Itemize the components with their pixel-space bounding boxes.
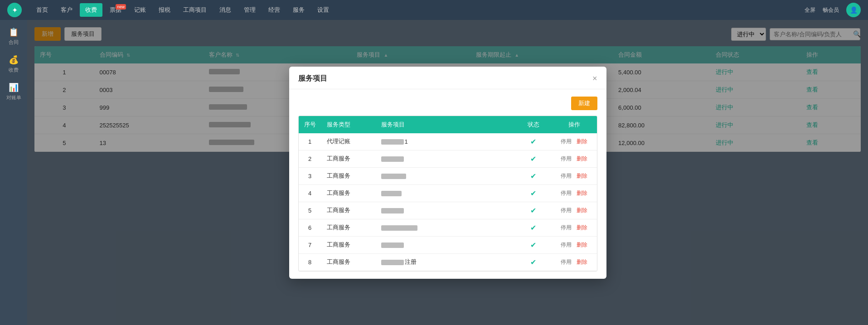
disable-button[interactable]: 停用 [561, 155, 572, 163]
nav-message[interactable]: 消息 [214, 3, 237, 17]
modal-cell-action[interactable]: 停用 删除 [552, 167, 597, 184]
disable-button[interactable]: 停用 [561, 224, 572, 232]
modal-col-type: 服务类型 [321, 116, 376, 133]
modal-cell-action[interactable]: 停用 删除 [552, 236, 597, 253]
sidebar-item-reconciliation[interactable]: 📊 对账单 [1, 79, 26, 105]
modal-cell-no: 7 [299, 236, 321, 253]
nav-manage[interactable]: 管理 [238, 3, 261, 17]
avatar[interactable]: 👤 [846, 3, 861, 17]
modal-close-button[interactable]: × [592, 74, 597, 82]
top-nav: ✦ 首页 客户 收费 票据 new 记账 报税 工商项目 消息 管理 经营 服务… [0, 0, 868, 20]
modal-col-item: 服务项目 [376, 116, 515, 133]
disable-button[interactable]: 停用 [561, 207, 572, 214]
modal-cell-status: ✔ [515, 150, 552, 167]
modal-cell-action[interactable]: 停用 删除 [552, 184, 597, 202]
delete-button[interactable]: 删除 [577, 241, 587, 249]
fullscreen-label[interactable]: 全屏 [805, 6, 815, 14]
modal-overlay: 服务项目 × 新建 序号 服务类型 服务项目 [27, 20, 868, 325]
delete-button[interactable]: 删除 [577, 224, 587, 232]
modal-title: 服务项目 [298, 74, 327, 83]
nav-bookkeeping[interactable]: 记账 [129, 3, 151, 17]
modal-table-row: 3 工商服务 ✔ 停用 删除 [299, 167, 597, 184]
modal-cell-item [376, 167, 515, 184]
nav-right: 全屏 畅会员 👤 [805, 3, 861, 17]
nav-service[interactable]: 服务 [287, 3, 310, 17]
service-items-modal: 服务项目 × 新建 序号 服务类型 服务项目 [289, 67, 606, 279]
modal-cell-status: ✔ [515, 236, 552, 253]
modal-cell-action[interactable]: 停用 删除 [552, 202, 597, 219]
disable-button[interactable]: 停用 [561, 241, 572, 249]
modal-col-action: 操作 [552, 116, 597, 133]
modal-cell-no: 1 [299, 133, 321, 150]
modal-cell-item: 1 [376, 133, 515, 150]
modal-col-status: 状态 [515, 116, 552, 133]
disable-button[interactable]: 停用 [561, 258, 572, 266]
modal-cell-type: 工商服务 [321, 253, 376, 271]
modal-table-row: 1 代理记账 1 ✔ 停用 删除 [299, 133, 597, 150]
reconciliation-icon: 📊 [9, 82, 19, 92]
modal-cell-item [376, 184, 515, 202]
modal-cell-no: 4 [299, 184, 321, 202]
modal-cell-item [376, 150, 515, 167]
modal-table-row: 5 工商服务 ✔ 停用 删除 [299, 202, 597, 219]
new-service-button[interactable]: 新建 [571, 97, 597, 110]
delete-button[interactable]: 删除 [577, 138, 587, 146]
modal-cell-type: 工商服务 [321, 202, 376, 219]
modal-cell-no: 5 [299, 202, 321, 219]
nav-settings[interactable]: 设置 [312, 3, 335, 17]
service-items-table: 序号 服务类型 服务项目 状态 操作 1 代理记账 1 ✔ 停用 [299, 116, 597, 271]
sidebar-item-fee[interactable]: 💰 收费 [1, 51, 26, 77]
nav-business[interactable]: 工商项目 [178, 3, 212, 17]
sidebar: 📋 合同 💰 收费 📊 对账单 [0, 20, 27, 325]
delete-button[interactable]: 删除 [577, 189, 587, 197]
modal-cell-status: ✔ [515, 219, 552, 236]
modal-table-row: 6 工商服务 ✔ 停用 删除 [299, 219, 597, 236]
modal-cell-action[interactable]: 停用 删除 [552, 253, 597, 271]
modal-cell-type: 代理记账 [321, 133, 376, 150]
modal-cell-no: 6 [299, 219, 321, 236]
modal-cell-item [376, 202, 515, 219]
modal-cell-action[interactable]: 停用 删除 [552, 133, 597, 150]
disable-button[interactable]: 停用 [561, 189, 572, 197]
delete-button[interactable]: 删除 [577, 172, 587, 180]
modal-cell-action[interactable]: 停用 删除 [552, 150, 597, 167]
nav-bill[interactable]: 票据 new [104, 3, 127, 17]
nav-tax[interactable]: 报税 [153, 3, 176, 17]
modal-table-row: 4 工商服务 ✔ 停用 删除 [299, 184, 597, 202]
modal-cell-action[interactable]: 停用 删除 [552, 219, 597, 236]
fee-icon: 💰 [9, 55, 19, 65]
disable-button[interactable]: 停用 [561, 138, 572, 146]
modal-header: 服务项目 × [289, 67, 606, 89]
disable-button[interactable]: 停用 [561, 172, 572, 180]
member-label[interactable]: 畅会员 [823, 6, 839, 14]
modal-table-row: 7 工商服务 ✔ 停用 删除 [299, 236, 597, 253]
delete-button[interactable]: 删除 [577, 258, 587, 266]
contract-icon: 📋 [9, 27, 19, 37]
modal-cell-type: 工商服务 [321, 167, 376, 184]
sidebar-item-contract[interactable]: 📋 合同 [1, 24, 26, 49]
modal-table-row: 2 工商服务 ✔ 停用 删除 [299, 150, 597, 167]
modal-col-no: 序号 [299, 116, 321, 133]
modal-cell-type: 工商服务 [321, 184, 376, 202]
modal-body: 新建 序号 服务类型 服务项目 状态 操作 [289, 89, 606, 279]
modal-cell-no: 2 [299, 150, 321, 167]
modal-toolbar: 新建 [298, 97, 597, 110]
new-badge: new [116, 4, 126, 10]
modal-cell-type: 工商服务 [321, 236, 376, 253]
delete-button[interactable]: 删除 [577, 155, 587, 163]
modal-cell-status: ✔ [515, 184, 552, 202]
delete-button[interactable]: 删除 [577, 207, 587, 214]
main-layout: 📋 合同 💰 收费 📊 对账单 新增 服务项目 进行中 已完成 已终止 � [0, 20, 868, 325]
nav-home[interactable]: 首页 [31, 3, 53, 17]
nav-client[interactable]: 客户 [55, 3, 78, 17]
modal-scroll-wrapper[interactable]: 序号 服务类型 服务项目 状态 操作 1 代理记账 1 ✔ 停用 [298, 116, 597, 272]
modal-cell-no: 3 [299, 167, 321, 184]
nav-operation[interactable]: 经营 [263, 3, 286, 17]
modal-cell-item [376, 236, 515, 253]
nav-items: 首页 客户 收费 票据 new 记账 报税 工商项目 消息 管理 经营 服务 设… [31, 3, 805, 17]
modal-table-row: 8 工商服务 注册 ✔ 停用 删除 [299, 253, 597, 271]
modal-cell-status: ✔ [515, 167, 552, 184]
modal-cell-item [376, 219, 515, 236]
modal-cell-type: 工商服务 [321, 219, 376, 236]
nav-fee[interactable]: 收费 [80, 3, 102, 17]
